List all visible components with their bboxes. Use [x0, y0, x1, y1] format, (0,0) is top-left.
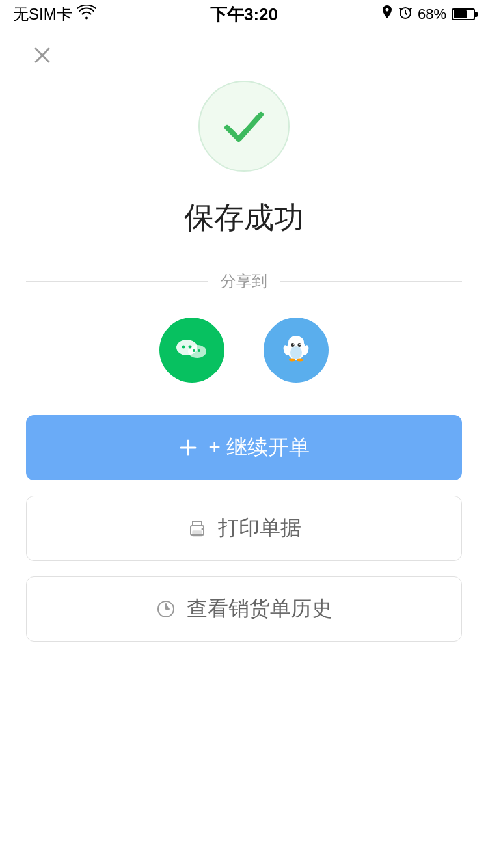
status-bar: 无SIM卡 下午3:20 68% [0, 0, 488, 29]
share-divider: 分享到 [26, 271, 462, 292]
svg-point-17 [289, 359, 295, 362]
svg-point-13 [293, 344, 294, 345]
print-button[interactable]: 打印单据 [26, 496, 462, 561]
action-buttons: + 继续开单 打印单据 查看销货单历史 [0, 415, 488, 642]
continue-button[interactable]: + 继续开单 [26, 415, 462, 480]
status-carrier: 无SIM卡 [13, 4, 96, 25]
printer-icon [187, 518, 208, 539]
wechat-share-button[interactable] [159, 318, 224, 383]
status-time: 下午3:20 [210, 3, 278, 26]
history-label: 查看销货单历史 [187, 595, 332, 623]
main-content: 保存成功 分享到 [0, 29, 488, 642]
location-icon [381, 5, 393, 23]
success-icon-circle [198, 81, 290, 172]
wechat-icon [172, 331, 211, 370]
carrier-text: 无SIM卡 [13, 4, 72, 25]
history-icon [156, 599, 176, 619]
qq-icon [278, 332, 314, 368]
svg-point-8 [198, 349, 200, 352]
battery-icon [452, 8, 475, 20]
history-button[interactable]: 查看销货单历史 [26, 576, 462, 642]
alarm-icon [398, 5, 413, 23]
svg-rect-24 [193, 531, 202, 536]
wifi-icon [77, 5, 96, 23]
svg-point-11 [291, 343, 295, 347]
share-section: 分享到 [0, 271, 488, 383]
svg-point-18 [297, 359, 303, 362]
share-icons [26, 318, 462, 383]
svg-point-5 [182, 346, 185, 349]
svg-point-25 [202, 528, 204, 530]
share-label: 分享到 [221, 271, 267, 292]
checkmark-icon [218, 100, 270, 152]
print-label: 打印单据 [218, 514, 301, 543]
svg-point-6 [189, 346, 192, 349]
svg-point-14 [299, 344, 301, 345]
svg-point-7 [193, 349, 195, 352]
plus-icon [178, 438, 198, 457]
continue-label: + 继续开单 [208, 433, 310, 462]
success-title: 保存成功 [184, 198, 304, 238]
status-indicators: 68% [381, 5, 475, 23]
qq-share-button[interactable] [264, 318, 329, 383]
svg-point-16 [290, 346, 302, 359]
close-button[interactable] [26, 39, 59, 72]
battery-percent: 68% [418, 6, 446, 23]
svg-point-12 [298, 343, 301, 347]
